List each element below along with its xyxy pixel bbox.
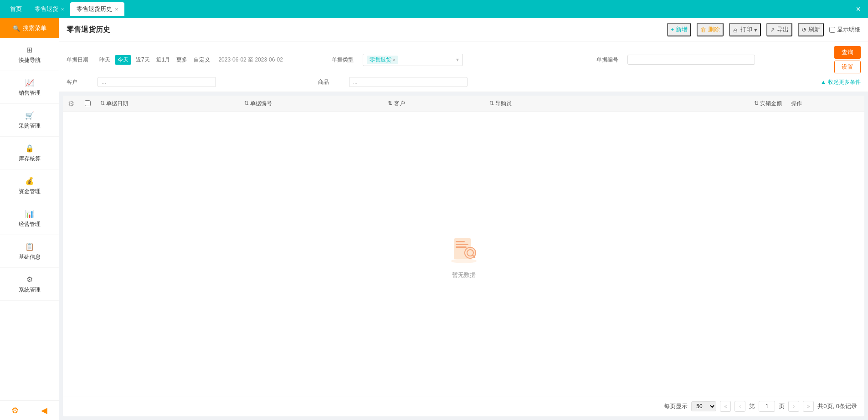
sidebar-item-sales[interactable]: 📈 销售管理: [0, 71, 59, 104]
column-settings-icon[interactable]: ⚙: [68, 100, 74, 108]
sidebar-item-inventory-label: 库存核算: [19, 155, 41, 163]
empty-text: 暂无数据: [452, 271, 476, 279]
select-all-checkbox[interactable]: [85, 100, 91, 106]
table-wrapper: ⚙ ⇅ 单据日期 ⇅ 单据编号: [63, 96, 864, 396]
sidebar-item-sales-label: 销售管理: [19, 89, 41, 97]
sidebar-item-finance-label: 资金管理: [19, 188, 41, 195]
goods-filter-section: 商品: [318, 77, 551, 87]
print-button[interactable]: 🖨 打印 ▾: [729, 23, 761, 36]
table-header-row: ⚙ ⇅ 单据日期 ⇅ 单据编号: [63, 96, 864, 112]
sidebar-item-basic-info-label: 基础信息: [19, 253, 41, 261]
customer-label: 客户: [67, 78, 94, 86]
display-detail-checkbox[interactable]: [829, 27, 835, 33]
filter-row-2: 客户 商品 ▲ 收起更多条件: [67, 77, 861, 87]
sidebar-item-operation[interactable]: 📊 经营管理: [0, 202, 59, 235]
sales-icon: 📈: [25, 77, 35, 87]
page-header: 零售退货历史 + 新增 🗑 删除 🖨 打印 ▾ ↗ 导出 ↺: [59, 18, 868, 41]
top-bar: 首页 零售退货 × 零售退货历史 × ×: [0, 0, 868, 18]
date-btn-1month[interactable]: 近1月: [154, 55, 172, 65]
tab-retail-return-close[interactable]: ×: [61, 6, 64, 12]
order-no-label: 单据编号: [596, 56, 624, 64]
col-guide: ⇅ 导购员: [485, 96, 607, 112]
window-close-icon[interactable]: ×: [852, 5, 864, 14]
main-layout: 🔍 搜索菜单 ⊞ 快捷导航 📈 销售管理 🛒 采购管理 🔒 库存核算 💰 资金管…: [0, 18, 868, 420]
purchase-icon: 🛒: [25, 110, 35, 120]
tab-home[interactable]: 首页: [4, 2, 28, 16]
type-tag-remove[interactable]: ×: [393, 57, 395, 62]
prev-page-button[interactable]: ‹: [734, 401, 745, 412]
tab-retail-return-history[interactable]: 零售退货历史 ×: [70, 2, 124, 16]
first-page-button[interactable]: «: [720, 401, 731, 412]
display-detail-text: 显示明细: [837, 26, 861, 34]
print-label: 打印: [740, 26, 752, 34]
print-arrow-icon: ▾: [754, 26, 757, 33]
delete-button[interactable]: 🗑 删除: [697, 23, 724, 36]
page-number-input[interactable]: [759, 401, 775, 412]
sidebar-item-inventory[interactable]: 🔒 库存核算: [0, 137, 59, 169]
tab-retail-return[interactable]: 零售退货 ×: [28, 2, 70, 16]
pagination-summary: 共0页, 0条记录: [817, 402, 857, 410]
operation-icon: 📊: [25, 209, 35, 219]
setting-button[interactable]: 设置: [834, 61, 861, 73]
date-btn-yesterday[interactable]: 昨天: [98, 55, 112, 65]
type-filter-label: 单据类型: [332, 56, 359, 64]
sidebar-item-system-label: 系统管理: [19, 286, 41, 294]
customer-input[interactable]: [98, 77, 216, 87]
inventory-icon: 🔒: [25, 143, 35, 153]
sidebar-item-system[interactable]: ⚙ 系统管理: [0, 268, 59, 301]
settings-gear-icon[interactable]: ⚙: [11, 405, 19, 415]
type-tag: 零售退货 ×: [367, 56, 398, 64]
display-detail-label: 显示明细: [829, 26, 861, 34]
export-button[interactable]: ↗ 导出: [766, 23, 792, 36]
sidebar-item-purchase[interactable]: 🛒 采购管理: [0, 104, 59, 137]
date-filter-label: 单据日期: [67, 56, 94, 64]
query-button[interactable]: 查询: [834, 46, 861, 59]
date-filter-buttons: 昨天 今天 近7天 近1月 更多 自定义 2023-06-02 至 2023-0…: [98, 55, 283, 65]
col-date: ⇅ 单据日期: [96, 96, 240, 112]
add-button[interactable]: + 新增: [667, 23, 691, 36]
col-checkbox: [79, 96, 96, 112]
svg-point-0: [451, 259, 477, 263]
tab-retail-return-history-label: 零售退货历史: [77, 5, 112, 13]
date-btn-more[interactable]: 更多: [175, 55, 189, 65]
filter-row-1: 单据日期 昨天 今天 近7天 近1月 更多 自定义 2023-06-02 至 2…: [67, 46, 861, 73]
date-btn-7days[interactable]: 近7天: [134, 55, 152, 65]
tab-home-label: 首页: [10, 5, 22, 13]
sidebar-item-quick-nav[interactable]: ⊞ 快捷导航: [0, 38, 59, 71]
empty-state: 暂无数据: [63, 112, 864, 396]
date-btn-custom[interactable]: 自定义: [192, 55, 212, 65]
empty-state-icon: [446, 229, 482, 266]
goods-input[interactable]: [349, 77, 467, 87]
search-icon: 🔍: [13, 25, 20, 32]
col-operation: 操作: [786, 96, 864, 112]
collapse-button[interactable]: ▲ 收起更多条件: [821, 78, 861, 86]
pagination: 每页显示 20 50 100 « ‹ 第 页 › » 共0页, 0条记录: [63, 396, 864, 416]
collapse-sidebar-icon[interactable]: ◀: [41, 405, 47, 415]
system-icon: ⚙: [25, 274, 35, 284]
date-btn-today[interactable]: 今天: [115, 55, 131, 65]
last-page-button[interactable]: »: [803, 401, 814, 412]
customer-filter-section: 客户: [67, 77, 300, 87]
page-title: 零售退货历史: [67, 25, 110, 35]
quick-nav-icon: ⊞: [25, 45, 35, 55]
col-amount: ⇅ 实销金额: [643, 96, 787, 112]
page-size-select[interactable]: 20 50 100: [691, 401, 716, 411]
refresh-button[interactable]: ↺ 刷新: [798, 23, 824, 36]
tab-retail-return-history-close[interactable]: ×: [115, 6, 118, 12]
content-area: 零售退货历史 + 新增 🗑 删除 🖨 打印 ▾ ↗ 导出 ↺: [59, 18, 868, 420]
sidebar-item-purchase-label: 采购管理: [19, 122, 41, 130]
print-icon: 🖨: [733, 26, 739, 33]
action-buttons: 查询 设置: [834, 46, 861, 73]
sidebar-item-finance[interactable]: 💰 资金管理: [0, 169, 59, 202]
type-filter-select[interactable]: 零售退货 × ▾: [363, 54, 463, 66]
date-filter-section: 单据日期 昨天 今天 近7天 近1月 更多 自定义 2023-06-02 至 2…: [67, 55, 304, 65]
collapse-label: 收起更多条件: [828, 78, 861, 86]
goto-label: 第: [749, 402, 755, 410]
sidebar-item-basic-info[interactable]: 📋 基础信息: [0, 235, 59, 268]
order-no-input[interactable]: [627, 55, 755, 65]
per-page-label: 每页显示: [664, 402, 688, 410]
col-amount-label: ⇅ 实销金额: [754, 100, 782, 107]
next-page-button[interactable]: ›: [788, 401, 799, 412]
col-customer: ⇅ 客户: [383, 96, 485, 112]
sidebar-search[interactable]: 🔍 搜索菜单: [0, 18, 59, 38]
